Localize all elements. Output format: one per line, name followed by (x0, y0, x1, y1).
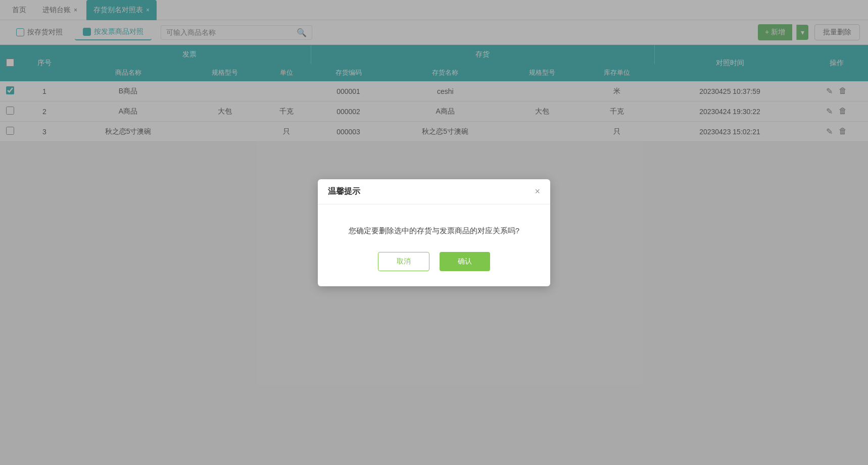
dialog-overlay: 温馨提示 × 您确定要删除选中的存货与发票商品的对应关系吗? 取消 确认 (0, 0, 868, 142)
